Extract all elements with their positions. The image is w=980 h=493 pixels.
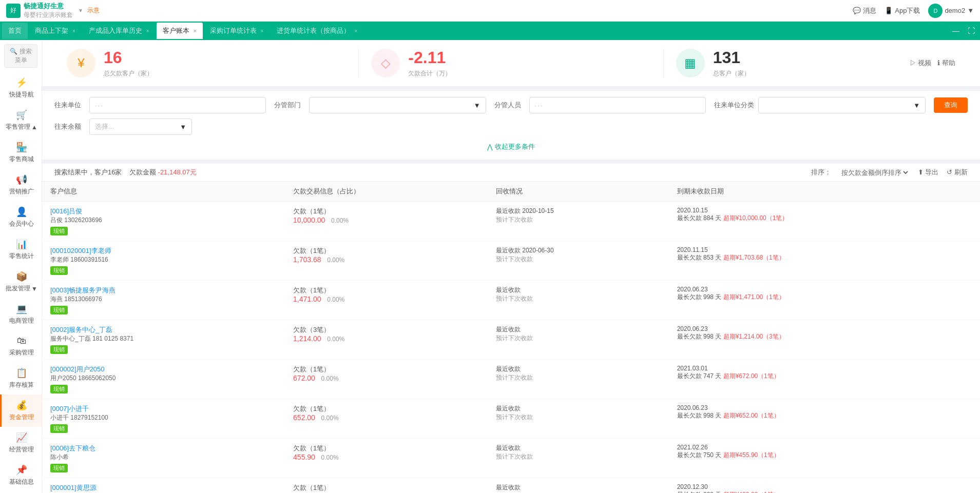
customer-name-3[interactable]: [0002]服务中心_丁磊 [50, 326, 112, 333]
message-label: 消息 [863, 6, 876, 15]
tab-customer-account-close[interactable]: × [194, 28, 197, 34]
overdue-link-6[interactable]: 超期¥455.90（1笔） [723, 451, 780, 459]
collapse-btn[interactable]: ⋀ 收起更多条件 [485, 140, 537, 153]
filter-balance-select[interactable]: 选择... ▼ [89, 119, 192, 135]
sidebar-item-ecommerce[interactable]: 💻 电商管理 [0, 298, 42, 330]
customer-name-1[interactable]: [0001020001]李老师 [50, 247, 111, 254]
tab-purchase-stats-close[interactable]: × [261, 28, 264, 34]
filter-source-unit-input[interactable]: ··· [89, 97, 266, 113]
sidebar-item-basic-info-label: 基础信息 [9, 478, 34, 486]
tab-production-history-close[interactable]: × [146, 28, 149, 34]
message-btn[interactable]: 💬 消息 [853, 6, 876, 15]
tab-product-listing-close[interactable]: × [72, 28, 75, 34]
sort-select[interactable]: 按欠款金额倒序排序 [839, 168, 910, 177]
app-layout: 🔍 搜索菜单 ⚡ 快捷导航 🛒 零售管理 ▲ 🏪 零售商城 📢 营销推广 👤 会… [0, 40, 980, 493]
sidebar-item-members[interactable]: 👤 会员中心 [0, 201, 42, 233]
overdue-link-0[interactable]: 超期¥10,000.00（1笔） [723, 214, 789, 222]
sidebar-item-basic-info[interactable]: 📌 基础信息 [0, 459, 42, 491]
recovery-date-4: 最近收款 [496, 365, 661, 373]
debt-count-3: 欠款（3笔） [293, 325, 479, 334]
export-btn[interactable]: ⬆ 导出 [918, 168, 939, 177]
recovery-next-2: 预计下次收款 [496, 294, 661, 303]
sidebar-search-btn[interactable]: 🔍 搜索菜单 [4, 44, 37, 68]
debt-ratio-5: 0.00% [321, 415, 339, 422]
customer-name-0[interactable]: [0016]吕俊 [50, 207, 82, 215]
logo-dropdown-icon[interactable]: ▼ [78, 8, 83, 13]
overdue-link-3[interactable]: 超期¥1,214.00（3笔） [723, 333, 785, 340]
table-row: [0016]吕俊 吕俊 13026203696 现销 欠款（1笔） 10,000… [42, 202, 980, 241]
cell-debt-0: 欠款（1笔） 10,000.00 0.00% [285, 202, 488, 241]
customer-name-5[interactable]: [0007]小进千 [50, 405, 89, 412]
app-download-label: App下载 [895, 6, 920, 15]
filter-dept-select[interactable]: ▼ [309, 97, 486, 113]
sidebar-item-inventory[interactable]: 📋 库存核算 [0, 362, 42, 395]
customer-name-7[interactable]: [000001]黄思源 [50, 484, 97, 491]
tab-production-history[interactable]: 产成品入库单历史 × [83, 23, 156, 39]
tab-home[interactable]: 首页 [2, 23, 28, 39]
customer-name-6[interactable]: [0006]去下粮仓 [50, 444, 95, 452]
table-row: [0002]服务中心_丁磊 服务中心_丁磊 181 0125 8371 现销 欠… [42, 320, 980, 360]
filter-person-input[interactable]: ··· [529, 97, 706, 113]
search-icon: 🔍 [10, 48, 17, 55]
tab-stock-stats[interactable]: 进货单统计表（按商品） × [271, 23, 363, 39]
cell-recovery-3: 最近收款 预计下次收款 [488, 320, 669, 360]
stat-card-total-debt: ◇ -2.11 欠款合计（万） [359, 48, 663, 78]
customer-name-4[interactable]: [000002]用户2050 [50, 365, 105, 373]
tab-stock-stats-label: 进货单统计表（按商品） [277, 26, 350, 35]
sidebar-item-retail-stats[interactable]: 📊 零售统计 [0, 233, 42, 266]
search-button[interactable]: 查询 [934, 97, 968, 113]
cell-customer-0: [0016]吕俊 吕俊 13026203696 现销 [42, 202, 285, 241]
debt-amount-0: 10,000.00 [293, 216, 325, 224]
tab-purchase-stats[interactable]: 采购订单统计表 × [204, 23, 270, 39]
overdue-link-5[interactable]: 超期¥652.00（1笔） [723, 412, 780, 419]
overdue-link-7[interactable]: 超期¥429.00（1笔） [723, 491, 780, 493]
tab-customer-account[interactable]: 客户账本 × [157, 23, 203, 39]
video-btn[interactable]: ▷ 视频 [910, 58, 932, 68]
help-btn[interactable]: ℹ 帮助 [937, 58, 955, 68]
tab-customer-account-label: 客户账本 [163, 26, 189, 35]
app-download-btn[interactable]: 📱 App下载 [885, 6, 920, 15]
wholesale-icon: 📦 [16, 271, 27, 282]
overdue-link-2[interactable]: 超期¥1,471.00（1笔） [723, 293, 785, 301]
filter-unit-category-select[interactable]: ▼ [758, 97, 926, 113]
results-actions: 排序： 按欠款金额倒序排序 ⬆ 导出 ↺ 刷新 [811, 168, 968, 177]
customer-name-2[interactable]: [0003]畅捷服务尹海燕 [50, 286, 116, 294]
col-recovery: 回收情况 [488, 182, 669, 202]
sidebar-item-operations[interactable]: 📈 经营管理 [0, 427, 42, 459]
recovery-date-6: 最近收款 [496, 444, 661, 452]
sidebar-item-finance[interactable]: 💰 资金管理 [0, 395, 42, 427]
debt-amount-2: 1,471.00 [293, 295, 321, 303]
members-icon: 👤 [16, 206, 27, 218]
balance-arrow-icon: ▼ [180, 123, 186, 131]
sidebar-item-wholesale[interactable]: 📦 批发管理 ▼ [0, 266, 42, 298]
sort-label: 排序： [811, 168, 831, 177]
data-table-wrap: 客户信息 欠款交易信息（占比） 回收情况 到期未收款日期 [0016]吕俊 吕俊… [42, 182, 980, 493]
sidebar-item-retail-mall[interactable]: 🏪 零售商城 [0, 136, 42, 169]
cell-due-1: 2020.11.15 最长欠款 853 天 超期¥1,703.68（1笔） [669, 241, 980, 281]
marketing-icon: 📢 [16, 174, 27, 185]
sidebar-item-quick-nav[interactable]: ⚡ 快捷导航 [0, 72, 42, 104]
customer-tag-5: 现销 [50, 424, 68, 433]
debt-amount-5: 652.00 [293, 413, 315, 422]
user-menu[interactable]: D demo2 ▼ [928, 4, 974, 18]
help-label: 帮助 [942, 59, 955, 67]
top-link[interactable]: 示意 [87, 6, 100, 15]
tab-product-listing[interactable]: 商品上下架 × [29, 23, 82, 39]
overdue-link-4[interactable]: 超期¥672.00（1笔） [723, 372, 780, 380]
overdue-link-1[interactable]: 超期¥1,703.68（1笔） [723, 254, 785, 261]
stat-icon-total-debt: ◇ [371, 49, 400, 77]
sidebar-item-marketing[interactable]: 📢 营销推广 [0, 169, 42, 201]
recovery-date-3: 最近收款 [496, 325, 661, 334]
debt-amount-6: 455.90 [293, 453, 315, 461]
sidebar-item-purchase[interactable]: 🛍 采购管理 [0, 330, 42, 362]
cell-recovery-6: 最近收款 预计下次收款 [488, 439, 669, 478]
tab-maximize-icon[interactable]: ⛶ [965, 27, 978, 35]
tab-stock-stats-close[interactable]: × [354, 28, 357, 34]
sidebar-item-retail-mgmt[interactable]: 🛒 零售管理 ▲ [0, 104, 42, 136]
refresh-btn[interactable]: ↺ 刷新 [947, 168, 968, 177]
tab-product-listing-label: 商品上下架 [35, 26, 68, 35]
stat-label-total-debt: 欠款合计（万） [408, 69, 451, 78]
tab-purchase-stats-label: 采购订单统计表 [210, 26, 257, 35]
col-debt-info: 欠款交易信息（占比） [285, 182, 488, 202]
tab-minimize-icon[interactable]: — [949, 27, 963, 35]
